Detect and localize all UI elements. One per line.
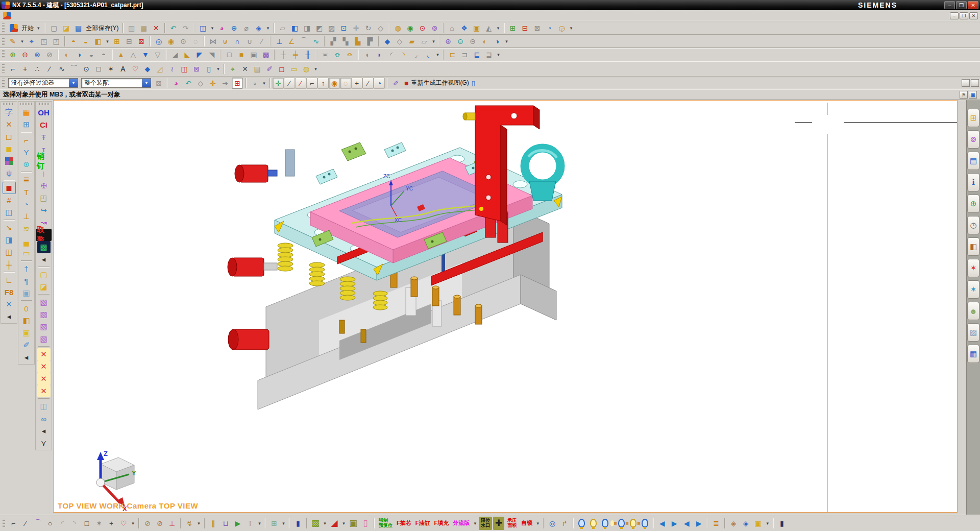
toolbar-icon[interactable]: 分流版 (451, 517, 471, 530)
toolbar-icon[interactable]: I (37, 167, 51, 180)
toolbar-icon[interactable]: ⊚ (429, 22, 440, 34)
regenerate-work-view-button[interactable]: ■ 重新生成工作视图(G) ▯ (402, 79, 477, 87)
toolbar-icon[interactable]: ⌒ (298, 36, 309, 47)
doc-close-button[interactable]: ✕ (969, 12, 978, 19)
toolbar-icon[interactable]: ▮ (776, 517, 788, 530)
toolbar-icon[interactable]: ↘ (3, 222, 16, 234)
toolbar-icon[interactable]: ◪ (37, 281, 51, 293)
toolbar-icon[interactable]: ⊒ (483, 49, 495, 60)
toolbar-icon[interactable]: ◉ (165, 36, 177, 47)
toolbar-icon[interactable]: ↑ (317, 78, 329, 89)
toolbar-icon[interactable]: 销钉 (36, 155, 52, 167)
toolbar-grip[interactable] (2, 37, 5, 46)
toolbar-icon[interactable]: ◭ (483, 22, 495, 34)
toolbar-icon[interactable]: ◈ (740, 517, 751, 530)
toolbar-icon[interactable] (20, 103, 33, 105)
new-file-button[interactable]: ▢ (48, 22, 60, 34)
close-button[interactable]: ✕ (968, 1, 978, 9)
toolbar-icon[interactable]: ⊥ (166, 517, 178, 530)
toolbar-icon[interactable]: ◻ (3, 131, 16, 143)
menu-item[interactable] (100, 15, 107, 17)
toolbar-icon[interactable]: ◻ (276, 63, 287, 75)
toolbar-icon[interactable]: ▱ (419, 36, 430, 47)
toolbar-icon[interactable]: ▾ (261, 78, 267, 89)
toolbar-icon[interactable]: ◂ (3, 310, 16, 323)
toolbar-icon[interactable]: † (20, 262, 33, 275)
toolbar-icon[interactable]: ψ (3, 166, 16, 179)
toolbar-icon[interactable]: ◥ (206, 49, 217, 60)
menu-item[interactable] (50, 15, 57, 17)
toolbar-icon[interactable]: ∠ (286, 36, 297, 47)
toolbar-icon[interactable]: ▾ (504, 36, 509, 47)
toolbar-icon[interactable]: ◆ (142, 63, 153, 75)
menu-item[interactable] (28, 15, 35, 17)
toolbar-icon[interactable]: ◈ (728, 517, 739, 530)
toolbar-icon[interactable]: ◑ (492, 36, 503, 47)
toolbar-icon[interactable]: ↶ (168, 22, 179, 34)
toolbar-icon[interactable]: ↪ (37, 204, 51, 216)
resource-tab[interactable]: ◷ (967, 216, 979, 234)
toolbar-icon[interactable]: ◤ (194, 49, 205, 60)
toolbar-icon[interactable]: ◍ (393, 22, 404, 34)
toolbar-icon[interactable]: ⊛ (443, 36, 454, 47)
menu-item[interactable] (42, 15, 50, 17)
toolbar-icon[interactable]: Ŧ (37, 131, 51, 143)
toolbar-icon[interactable]: ◶ (556, 22, 568, 34)
toolbar-icon[interactable]: ▼ (140, 49, 151, 60)
toolbar-icon[interactable]: ↯ (184, 517, 195, 530)
toolbar-icon[interactable]: ▧ (37, 296, 51, 308)
toolbar-icon[interactable]: ∕ (256, 36, 267, 47)
resource-tab[interactable]: ⊕ (967, 195, 979, 213)
toolbar-icon[interactable]: ▧ (37, 321, 51, 333)
toolbar-icon[interactable]: ◕ (170, 78, 182, 89)
toolbar-icon[interactable]: ▾ (19, 36, 25, 47)
toolbar-icon[interactable]: ▶ (693, 517, 704, 530)
graphics-viewport[interactable]: ZC YC XC Z Y X T (53, 100, 958, 513)
toolbar-icon[interactable]: ▾ (130, 517, 136, 530)
minimize-button[interactable]: – (944, 1, 955, 9)
toolbar-icon[interactable] (578, 519, 585, 527)
toolbar-icon[interactable]: ∕ (20, 517, 31, 530)
toolbar-icon[interactable]: ◍ (301, 63, 312, 75)
toolbar-icon[interactable]: ◆ (382, 36, 393, 47)
toolbar-icon[interactable]: ✛ (273, 78, 284, 89)
resource-tab[interactable]: ⊞ (967, 109, 979, 127)
toolbar-icon[interactable]: 取整 (36, 229, 52, 241)
toolbar-icon[interactable]: ▾ (569, 22, 574, 34)
toolbar-icon[interactable]: ⊥ (20, 210, 33, 223)
toolbar-icon[interactable] (602, 519, 608, 527)
toolbar-icon[interactable]: ≏ (344, 49, 355, 60)
toolbar-icon[interactable]: ⌒ (68, 63, 80, 75)
toolbar-icon[interactable]: ✕ (3, 118, 16, 131)
toolbar-icon[interactable]: ◉ (329, 78, 340, 89)
toolbar-icon[interactable] (590, 519, 597, 527)
toolbar-icon[interactable]: ◇ (195, 78, 206, 89)
toolbar-icon[interactable]: ■ (236, 49, 247, 60)
toolbar-icon[interactable]: ▤ (252, 63, 263, 75)
toolbar-icon[interactable]: ⊙ (178, 36, 189, 47)
toolbar-icon[interactable]: ▣ (20, 287, 33, 299)
toolbar-icon[interactable]: ↶ (183, 78, 194, 89)
toolbar-icon[interactable]: ▯ (360, 517, 371, 530)
selbar-mini-button-1[interactable] (962, 79, 970, 87)
selbar-mini-button-2[interactable] (971, 79, 979, 87)
toolbar-icon[interactable]: ▦ (138, 22, 150, 34)
toolbar-icon[interactable]: ∪ (244, 36, 255, 47)
toolbar-icon[interactable]: ◂ (20, 351, 33, 364)
menu-item[interactable] (114, 15, 121, 17)
menu-item[interactable] (78, 15, 85, 17)
toolbar-icon[interactable]: ◝ (69, 517, 80, 530)
menu-item[interactable] (14, 15, 21, 17)
toolbar-icon[interactable]: ▾ (496, 22, 501, 34)
toolbar-icon[interactable]: ∿ (56, 63, 67, 75)
toolbar-icon[interactable]: ◼ (3, 143, 16, 155)
menu-item[interactable] (21, 15, 28, 17)
toolbar-icon[interactable]: ◫ (3, 206, 16, 219)
toolbar-icon[interactable]: 字 (3, 106, 16, 118)
toolbar-icon[interactable]: ↻ (363, 22, 374, 34)
toolbar-icon[interactable]: ◐ (479, 36, 491, 47)
toolbar-icon[interactable]: ✕ (37, 348, 51, 360)
toolbar-icon[interactable] (618, 519, 625, 527)
toolbar-icon[interactable]: ▩ (37, 241, 51, 253)
toolbar-icon[interactable]: ⊗ (32, 49, 43, 60)
